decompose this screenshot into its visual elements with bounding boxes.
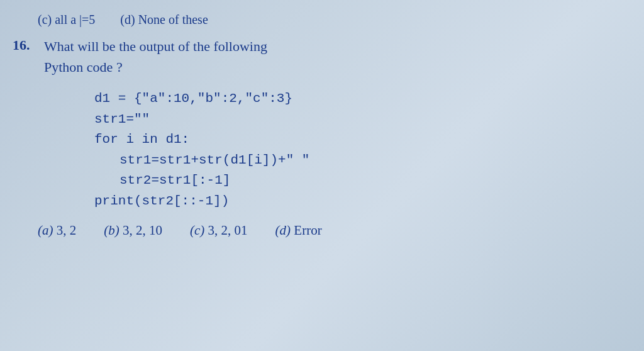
page: (c) all a |=5 (d) None of these 16. What…: [0, 0, 644, 351]
code-line-1: d1 = {"a":10,"b":2,"c":3}: [69, 89, 631, 109]
option-a: (a) 3, 2: [38, 223, 76, 238]
code-line-3: for i in d1:: [69, 130, 631, 150]
question-text: What will be the output of the following…: [44, 36, 631, 77]
option-d: (d) Error: [275, 223, 322, 238]
code-line-6: print(str2[::-1]): [69, 191, 631, 212]
options-line: (a) 3, 2 (b) 3, 2, 10 (c) 3, 2, 01 (d) E…: [13, 223, 631, 238]
option-c-label: (c): [190, 223, 204, 238]
option-d-label: (d): [275, 223, 291, 238]
question-block: 16. What will be the output of the follo…: [13, 36, 631, 77]
prev-question-line: (c) all a |=5 (d) None of these: [13, 13, 631, 27]
option-a-value: 3, 2: [57, 223, 77, 238]
code-line-5: str2=str1[:-1]: [69, 170, 631, 191]
prev-part-d: (d) None of these: [120, 13, 208, 27]
option-a-label: (a): [38, 223, 53, 238]
option-c-value: 3, 2, 01: [208, 223, 248, 238]
prev-part-c: (c) all a |=5: [38, 13, 95, 27]
option-b-value: 3, 2, 10: [123, 223, 162, 238]
question-line1: What will be the output of the following: [44, 38, 267, 54]
option-b: (b) 3, 2, 10: [104, 223, 162, 238]
code-block: d1 = {"a":10,"b":2,"c":3} str1="" for i …: [13, 89, 631, 211]
content-block: (c) all a |=5 (d) None of these 16. What…: [13, 6, 631, 245]
option-b-label: (b): [104, 223, 119, 238]
option-d-value: Error: [294, 223, 321, 238]
question-number: 16.: [13, 36, 44, 77]
option-c: (c) 3, 2, 01: [190, 223, 248, 238]
question-line2: Python code ?: [44, 59, 123, 75]
code-line-4: str1=str1+str(d1[i])+" ": [69, 150, 631, 171]
code-line-2: str1="": [69, 109, 631, 130]
